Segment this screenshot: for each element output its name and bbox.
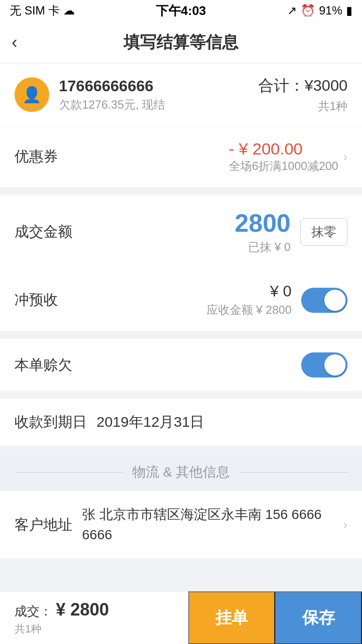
bottom-count: 共1种 — [14, 622, 174, 636]
coupon-label: 优惠券 — [14, 147, 58, 167]
due-date-row: 收款到期日 2019年12月31日 — [0, 399, 362, 446]
round-button[interactable]: 抹零 — [300, 218, 348, 246]
chong-label: 冲预收 — [14, 290, 58, 310]
status-right: ↗ ⏰ 91% ▮ — [287, 4, 352, 17]
debtor-toggle-thumb — [324, 354, 346, 376]
amount-section: 成交金额 2800 已抹 ¥ 0 抹零 冲预收 ¥ 0 应收金额 ¥ 2800 — [0, 195, 362, 331]
battery-level: 91% — [319, 4, 342, 17]
coupon-desc: 全场6折满1000减200 — [229, 158, 338, 174]
location-icon: ↗ — [287, 4, 297, 17]
chong-toggle-thumb — [324, 290, 346, 311]
customer-row: 👤 17666666666 欠款1276.35元, 现结 合计：¥3000 共1… — [0, 64, 362, 126]
address-row[interactable]: 客户地址 张 北京市市辖区海淀区永丰南 156 6666 6666 › — [0, 491, 362, 559]
customer-left: 👤 17666666666 欠款1276.35元, 现结 — [14, 77, 165, 112]
customer-section: 👤 17666666666 欠款1276.35元, 现结 合计：¥3000 共1… — [0, 64, 362, 187]
address-chevron-icon: › — [343, 517, 348, 532]
amount-label: 成交金额 — [14, 222, 72, 242]
chong-row: 冲预收 ¥ 0 应收金额 ¥ 2800 — [0, 269, 362, 331]
battery-icon: ▮ — [346, 4, 352, 17]
amount-row: 成交金额 2800 已抹 ¥ 0 抹零 — [0, 195, 362, 269]
bottom-amount-row: 成交： ¥ 2800 — [14, 600, 174, 620]
divider-line-left — [14, 472, 123, 473]
chong-amount: ¥ 0 — [207, 282, 292, 300]
coupon-right: - ¥ 200.00 全场6折满1000减200 › — [229, 140, 348, 174]
bottom-bar: 成交： ¥ 2800 共1种 挂单 保存 — [0, 591, 362, 644]
divider-line-right — [239, 472, 348, 473]
page-title: 填写结算等信息 — [124, 31, 238, 54]
customer-right: 合计：¥3000 共1种 — [258, 75, 348, 114]
avatar: 👤 — [14, 77, 49, 112]
coupon-row[interactable]: 优惠券 - ¥ 200.00 全场6折满1000减200 › — [0, 126, 362, 187]
chong-sub: 应收金额 ¥ 2800 — [207, 302, 292, 318]
divider-section: 物流 & 其他信息 — [0, 453, 362, 491]
coupon-chevron-icon: › — [343, 149, 348, 165]
due-date-label: 收款到期日 — [14, 412, 87, 432]
bottom-label: 成交： — [14, 604, 52, 618]
chong-toggle-track[interactable] — [301, 288, 348, 313]
save-button[interactable]: 保存 — [275, 591, 362, 644]
chong-right: ¥ 0 应收金额 ¥ 2800 — [207, 282, 348, 318]
customer-count: 共1种 — [258, 98, 348, 114]
amount-value: 2800 — [235, 209, 291, 238]
customer-phone: 17666666666 — [59, 77, 165, 95]
debtor-label: 本单赊欠 — [14, 355, 72, 375]
amount-right: 2800 已抹 ¥ 0 抹零 — [235, 209, 348, 255]
pending-button[interactable]: 挂单 — [188, 591, 275, 644]
customer-total: 合计：¥3000 — [258, 75, 348, 97]
status-bar: 无 SIM 卡 ☁ 下午4:03 ↗ ⏰ 91% ▮ — [0, 0, 362, 21]
debtor-toggle[interactable] — [301, 352, 348, 378]
address-value: 张 北京市市辖区海淀区永丰南 156 6666 6666 — [82, 504, 334, 545]
status-left: 无 SIM 卡 ☁ — [10, 3, 75, 18]
chong-toggle[interactable] — [301, 288, 348, 313]
back-button[interactable]: ‹ — [12, 32, 17, 53]
customer-sub-text: 欠款1276.35元, 现结 — [59, 97, 165, 112]
chong-value-col: ¥ 0 应收金额 ¥ 2800 — [207, 282, 292, 318]
debtor-toggle-track[interactable] — [301, 352, 348, 378]
divider-text: 物流 & 其他信息 — [132, 463, 230, 481]
amount-sub: 已抹 ¥ 0 — [235, 239, 291, 255]
sim-label: 无 SIM 卡 ☁ — [10, 3, 75, 18]
debtor-section: 本单赊欠 — [0, 339, 362, 391]
avatar-icon: 👤 — [22, 85, 42, 104]
bottom-amount: ¥ 2800 — [56, 600, 109, 619]
address-label: 客户地址 — [14, 515, 72, 535]
nav-bar: ‹ 填写结算等信息 — [0, 21, 362, 64]
bottom-info: 成交： ¥ 2800 共1种 — [0, 600, 188, 636]
coupon-discount: - ¥ 200.00 — [229, 140, 338, 158]
customer-info: 17666666666 欠款1276.35元, 现结 — [59, 77, 165, 112]
alarm-icon: ⏰ — [301, 4, 315, 17]
status-time: 下午4:03 — [156, 2, 206, 19]
due-date-value: 2019年12月31日 — [97, 412, 204, 432]
